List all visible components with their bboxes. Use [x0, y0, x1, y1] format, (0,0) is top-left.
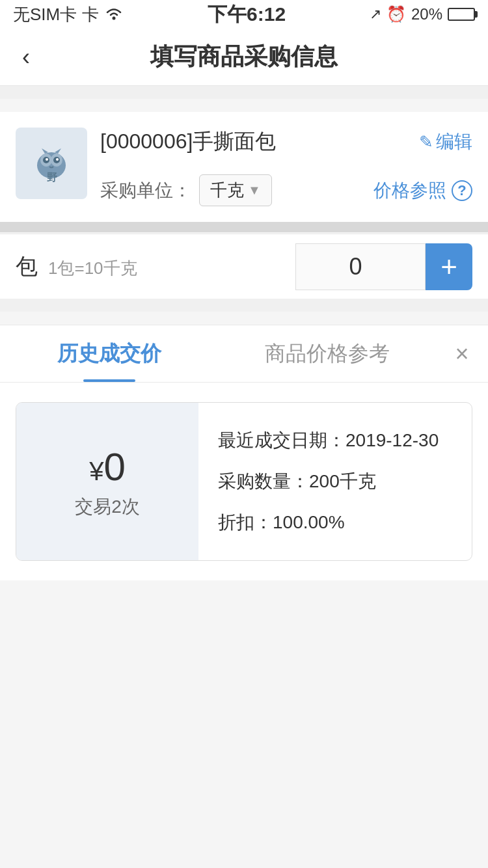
- svg-point-7: [56, 158, 59, 161]
- quantity-plus-button[interactable]: +: [426, 243, 472, 290]
- price-card: ¥0 交易2次 最近成交日期：2019-12-30 采购数量：200千克 折扣：…: [16, 402, 472, 561]
- tab-product-price[interactable]: 商品价格参考: [218, 325, 436, 382]
- quantity-value: 200千克: [309, 471, 376, 491]
- quantity-label: 采购数量：: [218, 471, 309, 491]
- section-divider-1: [0, 86, 488, 99]
- recent-date-label: 最近成交日期：: [218, 430, 346, 450]
- quantity-label-group: 包 1包=10千克: [16, 252, 137, 282]
- carrier-icon: 卡: [82, 3, 99, 26]
- discount-value: 100.00%: [273, 512, 345, 532]
- price-amount: ¥0: [89, 444, 126, 489]
- status-time: 下午6:12: [208, 1, 286, 28]
- quantity-unit-main: 包: [16, 252, 38, 282]
- product-info: [0000006]手撕面包 ✎ 编辑 采购单位： 千克 ▼ 价格参照 ?: [100, 128, 472, 206]
- unit-select[interactable]: 千克 ▼: [199, 174, 272, 206]
- tabs-header: 历史成交价 商品价格参考 ×: [0, 325, 488, 383]
- edit-icon: ✎: [419, 132, 433, 152]
- quantity-input[interactable]: [295, 243, 426, 290]
- tabs-panel: 历史成交价 商品价格参考 × ¥0 交易2次 最近成交日期：2019-12-30…: [0, 325, 488, 580]
- battery-percent: 20%: [411, 5, 442, 23]
- tab-content-history: ¥0 交易2次 最近成交日期：2019-12-30 采购数量：200千克 折扣：…: [0, 383, 488, 580]
- price-value: 0: [103, 445, 125, 489]
- dropdown-arrow-icon: ▼: [248, 183, 261, 198]
- edit-label: 编辑: [436, 129, 472, 154]
- unit-value: 千克: [210, 179, 244, 202]
- gray-divider: [0, 222, 488, 232]
- discount-label: 折扣：: [218, 512, 273, 532]
- info-circle-icon: ?: [452, 180, 472, 201]
- quantity-input-group: +: [295, 243, 472, 290]
- tabs-close-button[interactable]: ×: [436, 325, 488, 382]
- product-header: 野 [0000006]手撕面包 ✎ 编辑 采购单位： 千克 ▼: [16, 128, 472, 206]
- battery-icon: [448, 8, 475, 21]
- back-button[interactable]: ‹: [16, 39, 36, 75]
- nav-bar: ‹ 填写商品采购信息: [0, 29, 488, 86]
- price-ref-label: 价格参照: [373, 178, 446, 203]
- alarm-icon: ⏰: [386, 5, 406, 23]
- edit-button[interactable]: ✎ 编辑: [419, 129, 472, 154]
- status-bar: 无SIM卡 卡 下午6:12 ↗ ⏰ 20%: [0, 0, 488, 29]
- status-right: ↗ ⏰ 20%: [370, 5, 475, 23]
- location-icon: ↗: [370, 6, 381, 23]
- carrier-text: 无SIM卡: [13, 3, 77, 26]
- price-times: 交易2次: [75, 495, 140, 519]
- svg-point-6: [46, 158, 48, 161]
- unit-label-text: 采购单位：: [100, 178, 191, 203]
- unit-label-group: 采购单位： 千克 ▼: [100, 174, 272, 206]
- status-carrier: 无SIM卡 卡: [13, 3, 124, 26]
- price-right-panel: 最近成交日期：2019-12-30 采购数量：200千克 折扣：100.00%: [198, 403, 472, 560]
- wifi-icon: [104, 5, 124, 25]
- quantity-section: 包 1包=10千克 +: [0, 234, 488, 299]
- tab-product-price-label: 商品价格参考: [265, 340, 390, 368]
- price-left-panel: ¥0 交易2次: [16, 403, 198, 560]
- product-title-row: [0000006]手撕面包 ✎ 编辑: [100, 128, 472, 156]
- svg-text:野: 野: [47, 172, 57, 183]
- tab-history-price-label: 历史成交价: [57, 340, 161, 368]
- tab-history-price[interactable]: 历史成交价: [0, 325, 218, 382]
- product-unit-row: 采购单位： 千克 ▼ 价格参照 ?: [100, 174, 472, 206]
- section-divider-2: [0, 299, 488, 312]
- price-reference-button[interactable]: 价格参照 ?: [373, 178, 472, 203]
- quantity-unit-sub: 1包=10千克: [48, 257, 137, 280]
- product-name: [0000006]手撕面包: [100, 128, 276, 156]
- price-detail-quantity: 采购数量：200千克: [218, 467, 452, 496]
- recent-date-value: 2019-12-30: [346, 430, 439, 450]
- price-currency-symbol: ¥: [89, 457, 103, 485]
- price-detail-date: 最近成交日期：2019-12-30: [218, 426, 452, 455]
- product-thumbnail: 野: [16, 128, 87, 199]
- svg-point-0: [113, 16, 116, 20]
- product-card: 野 [0000006]手撕面包 ✎ 编辑 采购单位： 千克 ▼: [0, 112, 488, 222]
- page-title: 填写商品采购信息: [150, 41, 338, 73]
- price-detail-discount: 折扣：100.00%: [218, 508, 452, 537]
